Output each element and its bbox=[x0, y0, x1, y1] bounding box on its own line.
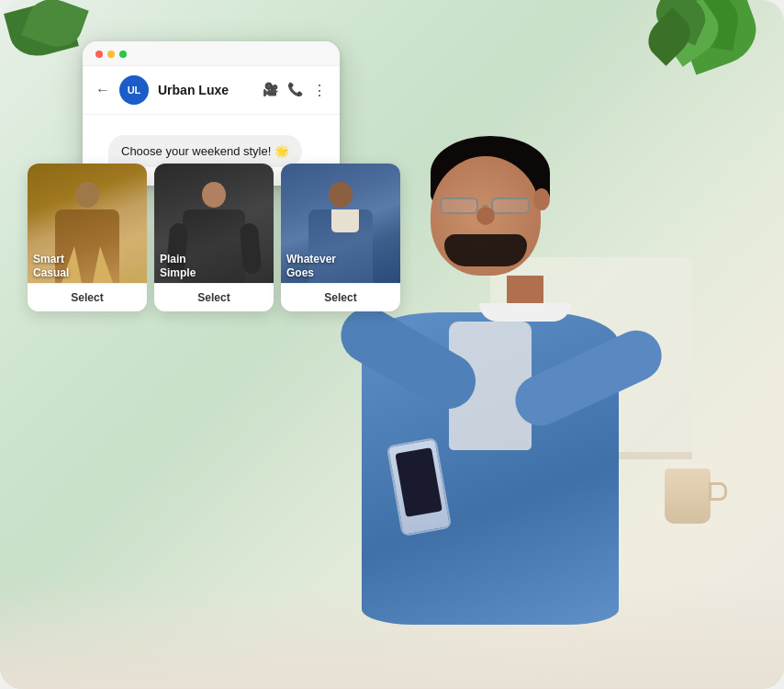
message-bubble: Choose your weekend style! 🌟 bbox=[108, 135, 302, 167]
video-call-icon[interactable]: 🎥 bbox=[263, 82, 278, 99]
plant-top-right bbox=[610, 0, 756, 101]
card3-label: Whatever Goes bbox=[286, 253, 336, 279]
back-button[interactable]: ← bbox=[95, 82, 110, 98]
card1-select-button[interactable]: Select bbox=[28, 283, 147, 311]
man-figure bbox=[431, 119, 619, 625]
phone-call-icon[interactable]: 📞 bbox=[287, 82, 303, 99]
more-options-icon[interactable]: ⋮ bbox=[312, 82, 327, 99]
phone-dots-bar bbox=[83, 41, 340, 66]
dot-red bbox=[95, 51, 103, 58]
chat-header: ← UL Urban Luxe 🎥 📞 ⋮ bbox=[83, 66, 340, 115]
card1-label: Smart Casual bbox=[33, 253, 69, 279]
style-card-whatever-goes: Whatever Goes Select bbox=[281, 164, 400, 311]
style-card-plain-simple: Plain Simple Select bbox=[154, 164, 274, 311]
card2-label: Plain Simple bbox=[160, 253, 196, 279]
style-image-plain-simple: Plain Simple bbox=[154, 164, 274, 283]
brand-name: Urban Luxe bbox=[158, 83, 253, 97]
style-card-smart-casual: Smart Casual Select bbox=[28, 164, 147, 311]
brand-avatar: UL bbox=[119, 75, 149, 105]
dot-green bbox=[119, 51, 127, 58]
style-cards-container: Smart Casual Select Plain Simple Select bbox=[28, 164, 400, 311]
style-image-whatever-goes: Whatever Goes bbox=[281, 164, 400, 283]
card3-select-button[interactable]: Select bbox=[281, 283, 400, 311]
dot-yellow bbox=[107, 51, 115, 58]
style-image-smart-casual: Smart Casual bbox=[28, 164, 147, 283]
card2-select-button[interactable]: Select bbox=[154, 283, 274, 311]
chat-action-icons: 🎥 📞 ⋮ bbox=[263, 82, 327, 99]
